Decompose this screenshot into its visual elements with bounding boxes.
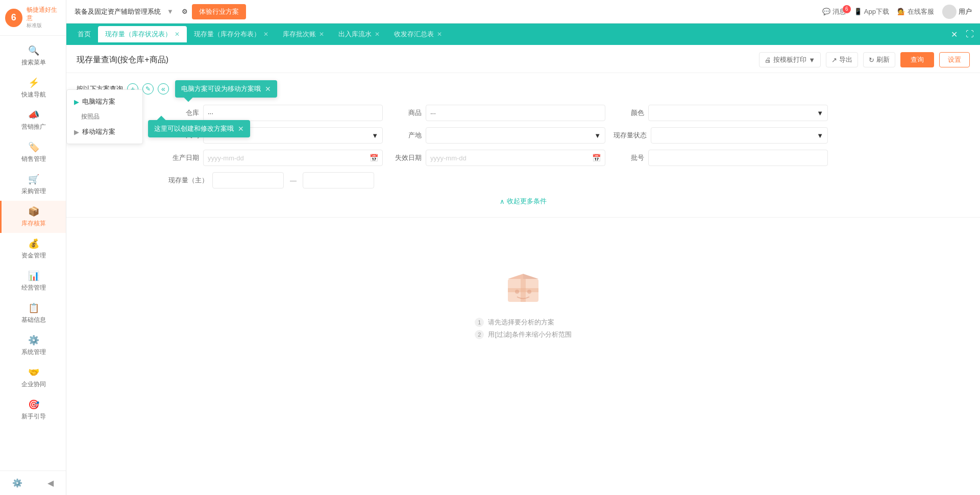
sidebar-item-guide[interactable]: 🎯 新手引导: [0, 394, 66, 426]
collapse-row: ∧ 收起更多条件: [77, 193, 970, 210]
sidebar-item-label: 库存核算: [21, 219, 46, 228]
app-download-action[interactable]: 📱 App下载: [854, 7, 889, 16]
sidebar-item-purchase[interactable]: 🛒 采购管理: [0, 169, 66, 201]
user-label: 用户: [959, 7, 972, 16]
filter-item-expiry-date: 失效日期 yyyy-mm-dd 📅: [391, 150, 605, 166]
tab-close-icon[interactable]: ✕: [437, 31, 442, 38]
tooltip-edit-scheme: 这里可以创建和修改方案哦 ✕: [148, 120, 250, 137]
header-right: 💬 6 消息 📱 App下载 💁 在线客服 用户: [822, 5, 972, 19]
sidebar-item-label: 营销推广: [21, 123, 46, 131]
stock-main-from[interactable]: [212, 172, 284, 188]
sidebar-item-sales[interactable]: 🏷️ 销售管理: [0, 136, 66, 169]
sidebar-item-collab[interactable]: 🤝 企业协同: [0, 362, 66, 394]
tab-inventory-status[interactable]: 现存量（库存状况表） ✕: [98, 26, 187, 42]
sidebar-item-ops[interactable]: 📊 经营管理: [0, 265, 66, 297]
tooltip2-close-icon[interactable]: ✕: [238, 125, 244, 133]
online-support-action[interactable]: 💁 在线客服: [897, 7, 934, 16]
tab-fullscreen-icon[interactable]: ⛶: [964, 28, 976, 41]
prod-date-label: 生产日期: [168, 153, 199, 162]
stock-status-select[interactable]: ▼: [651, 127, 828, 144]
box-svg: [498, 258, 549, 310]
notification-action[interactable]: 💬 6 消息: [822, 7, 846, 16]
sidebar-item-finance[interactable]: 💰 资金管理: [0, 233, 66, 265]
tab-close-icon[interactable]: ✕: [175, 31, 180, 38]
tab-label: 现存量（库存状况表）: [105, 30, 172, 39]
tab-inventory-dist[interactable]: 现存量（库存分布表） ✕: [187, 26, 276, 42]
page-header: 现存量查询(按仓库+商品) 🖨 按模板打印 ▼ ↗ 导出 ↻ 刷新: [66, 45, 980, 73]
scheme-item-label: 按照品: [81, 112, 100, 121]
refresh-button[interactable]: ↻ 刷新: [863, 52, 895, 67]
settings-icon[interactable]: ⚙: [182, 8, 188, 15]
scheme-tree-mobile[interactable]: ▶ 移动端方案: [67, 124, 142, 139]
scheme-mobile-label: 移动端方案: [82, 127, 115, 136]
system-dropdown-icon[interactable]: ▼: [167, 8, 174, 15]
origin-select[interactable]: ▼: [426, 127, 605, 144]
color-select[interactable]: ▼: [648, 105, 828, 121]
sidebar-item-label: 基础信息: [21, 316, 46, 324]
expiry-date-label: 失效日期: [391, 153, 422, 162]
tab-close-icon[interactable]: ✕: [319, 31, 324, 38]
footer-collapse-icon[interactable]: ◀: [45, 476, 56, 490]
tab-close-all-icon[interactable]: ✕: [949, 28, 960, 41]
sidebar-item-label: 销售管理: [21, 155, 46, 163]
filter-row-4: 现存量（主） —: [168, 172, 970, 188]
industry-button[interactable]: 体验行业方案: [192, 4, 246, 19]
sidebar-item-system[interactable]: ⚙️ 系统管理: [0, 329, 66, 362]
filter-fields: 仓库 ··· 商品 ··· 颜色: [168, 105, 970, 188]
sidebar-item-basic[interactable]: 📋 基础信息: [0, 297, 66, 329]
filter-item-color: 颜色 ▼: [614, 105, 828, 121]
hint-text-2: 用[过滤]条件来缩小分析范围: [488, 330, 571, 339]
user-info[interactable]: 用户: [942, 5, 972, 19]
tab-bar-actions: ✕ ⛶: [949, 28, 976, 41]
tab-inout-flow[interactable]: 出入库流水 ✕: [331, 26, 387, 42]
refresh-label: 刷新: [876, 55, 890, 64]
tooltip-close-icon[interactable]: ✕: [265, 85, 271, 93]
print-button[interactable]: 🖨 按模板打印 ▼: [759, 52, 821, 67]
tooltip-text: 电脑方案可设为移动方案哦: [181, 84, 261, 93]
search-button[interactable]: 查询: [900, 52, 934, 67]
marketing-icon: 📣: [28, 109, 39, 121]
sidebar-item-quicknav[interactable]: ⚡ 快速导航: [0, 72, 66, 104]
export-button[interactable]: ↗ 导出: [826, 52, 858, 67]
color-label: 颜色: [614, 108, 644, 117]
prod-date-input[interactable]: yyyy-mm-dd 📅: [203, 150, 383, 166]
sidebar-item-search[interactable]: 🔍 搜索菜单: [0, 40, 66, 72]
app-download-label: App下载: [864, 7, 889, 16]
stock-main-to[interactable]: [303, 172, 374, 188]
sidebar-item-marketing[interactable]: 📣 营销推广: [0, 104, 66, 136]
tab-recv-summary[interactable]: 收发存汇总表 ✕: [387, 26, 449, 42]
sidebar-item-inventory[interactable]: 📦 库存核算: [0, 201, 66, 233]
filter-item-goods: 商品 ···: [391, 105, 605, 121]
tab-close-icon[interactable]: ✕: [263, 31, 268, 38]
dropdown-arrow: ▼: [817, 132, 823, 139]
stock-main-label: 现存量（主）: [168, 176, 208, 185]
tab-home[interactable]: 首页: [70, 26, 98, 42]
brand-name: 畅捷通好生意: [27, 6, 61, 22]
online-support-label: 在线客服: [908, 7, 934, 16]
sidebar-item-label: 企业协同: [21, 380, 46, 389]
scheme-tree-desktop[interactable]: ▶ 电脑端方案: [67, 94, 142, 109]
system-icon: ⚙️: [28, 335, 39, 346]
goods-select[interactable]: ···: [426, 105, 605, 121]
sidebar-item-label: 系统管理: [21, 348, 46, 357]
footer-settings-icon[interactable]: ⚙️: [10, 476, 24, 490]
tab-close-icon[interactable]: ✕: [375, 31, 380, 38]
collapse-button[interactable]: ∧ 收起更多条件: [500, 197, 547, 206]
calendar-icon-2[interactable]: 📅: [592, 154, 601, 162]
settings-button[interactable]: 设置: [939, 52, 970, 67]
scheme-tree-desktop-child[interactable]: 按照品: [67, 109, 142, 124]
filter-area: 按以下方案查询 + ✎ « 电脑方案可设为移动方案哦 ✕: [66, 73, 980, 218]
finance-icon: 💰: [28, 238, 39, 249]
sidebar-item-label: 新手引导: [21, 412, 46, 421]
empty-illustration: [498, 258, 549, 310]
calendar-icon[interactable]: 📅: [370, 154, 378, 162]
tab-batch-ledger[interactable]: 库存批次账 ✕: [276, 26, 331, 42]
export-icon: ↗: [831, 56, 837, 64]
expiry-date-input[interactable]: yyyy-mm-dd 📅: [426, 150, 605, 166]
filter-item-origin: 产地 ▼: [391, 127, 605, 144]
filter-item-prod-date: 生产日期 yyyy-mm-dd 📅: [168, 150, 383, 166]
batch-input[interactable]: [648, 150, 828, 166]
expiry-date-placeholder: yyyy-mm-dd: [430, 154, 467, 162]
filter-item-stock-main: 现存量（主） —: [168, 172, 383, 188]
guide-icon: 🎯: [28, 399, 39, 410]
